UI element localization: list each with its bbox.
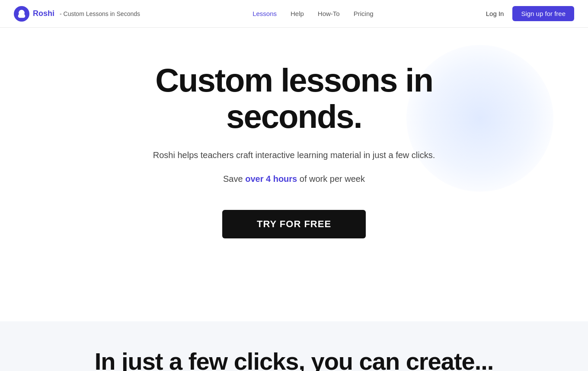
nav-right: Log In Sign up for free	[486, 6, 574, 21]
brand-logo	[14, 6, 29, 22]
nav-link-help[interactable]: Help	[291, 10, 304, 17]
hero-save-text: Save over 4 hours of work per week	[153, 174, 435, 184]
bottom-title: In just a few clicks, you can create...	[14, 347, 574, 371]
hero-cta-button[interactable]: TRY FOR FREE	[222, 210, 366, 238]
nav-link-pricing[interactable]: Pricing	[354, 10, 374, 17]
brand[interactable]: Roshi - Custom Lessons in Seconds	[14, 6, 140, 22]
hero-title-line2: seconds.	[226, 98, 361, 135]
hero-section: Custom lessons in seconds. Roshi helps t…	[0, 28, 588, 321]
hero-save-prefix: Save	[223, 174, 245, 184]
hero-save-highlight: over 4 hours	[245, 174, 297, 184]
hero-save-suffix: of work per week	[297, 174, 365, 184]
brand-logo-icon	[17, 9, 26, 19]
navbar: Roshi - Custom Lessons in Seconds Lesson…	[0, 0, 588, 28]
signup-button[interactable]: Sign up for free	[512, 6, 574, 21]
hero-content: Custom lessons in seconds. Roshi helps t…	[153, 62, 435, 238]
brand-name: Roshi	[33, 9, 54, 18]
nav-links: Lessons Help How-To Pricing	[252, 10, 373, 17]
brand-tagline: - Custom Lessons in Seconds	[60, 10, 140, 17]
hero-subtitle: Roshi helps teachers craft interactive l…	[153, 148, 435, 162]
login-link[interactable]: Log In	[486, 10, 504, 17]
nav-link-lessons[interactable]: Lessons	[252, 10, 277, 17]
nav-link-howto[interactable]: How-To	[318, 10, 340, 17]
bottom-section: In just a few clicks, you can create...	[0, 321, 588, 371]
hero-title: Custom lessons in seconds.	[153, 62, 435, 134]
hero-title-line1: Custom lessons in	[155, 62, 433, 98]
